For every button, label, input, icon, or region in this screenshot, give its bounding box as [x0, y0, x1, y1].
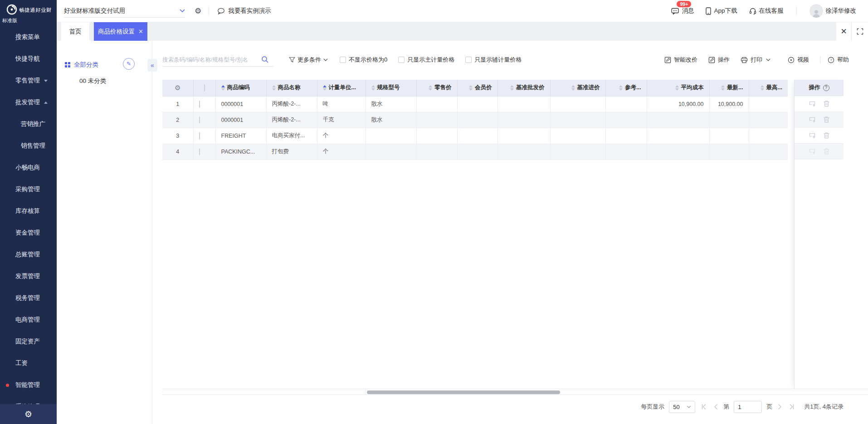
- app-download-button[interactable]: App下载: [706, 7, 737, 15]
- sidebar-item-批发管理[interactable]: 批发管理: [0, 92, 57, 113]
- tab-home[interactable]: 首页: [61, 22, 89, 41]
- sidebar-item-采购管理[interactable]: 采购管理: [0, 178, 57, 200]
- tab-close-icon[interactable]: ✕: [138, 28, 143, 35]
- category-item[interactable]: 00 未分类: [79, 77, 106, 85]
- demo-link[interactable]: 我要看实例演示: [217, 7, 271, 15]
- sort-icon[interactable]: [371, 85, 375, 91]
- sidebar-item-小畅电商[interactable]: 小畅电商: [0, 157, 57, 178]
- online-service-button[interactable]: 在线客服: [749, 7, 784, 15]
- checkbox[interactable]: [340, 57, 346, 63]
- select-all-header[interactable]: [193, 80, 215, 96]
- sort-icon[interactable]: [221, 85, 225, 91]
- sort-icon[interactable]: [571, 85, 575, 91]
- logo-icon: [6, 4, 18, 15]
- column-header-计量单位...[interactable]: 计量单位...: [317, 80, 366, 96]
- workspace-gear-icon[interactable]: ⚙: [195, 6, 201, 16]
- delete-icon[interactable]: [823, 100, 830, 107]
- sidebar-item-库存核算[interactable]: 库存核算: [0, 200, 57, 222]
- sort-icon[interactable]: [619, 85, 623, 91]
- sidebar-item-发票管理[interactable]: 发票管理: [0, 265, 57, 287]
- operate-button[interactable]: 操作: [708, 56, 730, 64]
- sort-icon[interactable]: [323, 85, 327, 91]
- column-header-规格型号[interactable]: 规格型号: [366, 80, 416, 96]
- row-checkbox[interactable]: [199, 101, 200, 108]
- sidebar-item-固定资产[interactable]: 固定资产: [0, 331, 57, 352]
- demo-link-label: 我要看实例演示: [228, 7, 271, 15]
- question-circle-icon[interactable]: ?: [823, 85, 829, 91]
- column-header-最高...[interactable]: 最高...: [749, 80, 788, 96]
- column-header-商品名称[interactable]: 商品名称: [266, 80, 317, 96]
- row-checkbox[interactable]: [199, 116, 200, 124]
- column-header-商品编码[interactable]: 商品编码: [215, 80, 266, 96]
- filter-checkbox[interactable]: 只显示辅计量价格: [465, 56, 522, 64]
- column-header-最新...[interactable]: 最新...: [709, 80, 749, 96]
- sidebar-item-资金管理[interactable]: 资金管理: [0, 222, 57, 244]
- filter-checkbox[interactable]: 不显示价格为0: [340, 56, 387, 64]
- sidebar-item-营销推广[interactable]: 营销推广: [0, 113, 57, 135]
- add-price-icon[interactable]: [809, 148, 816, 155]
- checkbox[interactable]: [398, 57, 405, 63]
- sort-icon[interactable]: [469, 85, 473, 91]
- per-page-select[interactable]: 50: [669, 401, 695, 413]
- more-filters-button[interactable]: 更多条件: [289, 56, 328, 64]
- row-checkbox[interactable]: [199, 132, 200, 140]
- select-all-checkbox[interactable]: [204, 84, 205, 92]
- sort-icon[interactable]: [721, 85, 725, 91]
- smart-reprice-button[interactable]: 智能改价: [664, 56, 697, 64]
- sort-icon[interactable]: [675, 85, 679, 91]
- column-header-基准进价[interactable]: 基准进价: [550, 80, 605, 96]
- sort-icon[interactable]: [429, 85, 432, 91]
- sort-icon[interactable]: [510, 85, 514, 91]
- filter-checkbox[interactable]: 只显示主计量价格: [398, 56, 454, 64]
- add-price-icon[interactable]: [809, 132, 816, 139]
- page-input[interactable]: [734, 401, 762, 413]
- checkbox[interactable]: [465, 57, 472, 63]
- column-header-会员价[interactable]: 会员价: [457, 80, 497, 96]
- close-all-tabs-button[interactable]: ✕: [836, 22, 851, 41]
- sidebar-item-零售管理[interactable]: 零售管理: [0, 70, 57, 92]
- search-icon[interactable]: [261, 56, 269, 63]
- help-button[interactable]: ? 帮助: [828, 56, 849, 64]
- add-price-icon[interactable]: [809, 116, 816, 123]
- add-price-icon[interactable]: [809, 100, 816, 107]
- gear-icon[interactable]: ⚙: [175, 84, 180, 92]
- sidebar-item-税务管理[interactable]: 税务管理: [0, 287, 57, 309]
- tab-product-price-settings[interactable]: 商品价格设置 ✕: [94, 22, 147, 41]
- sidebar-item-智能管理[interactable]: 智能管理: [0, 374, 57, 396]
- edit-categories-button[interactable]: ✎: [123, 58, 135, 70]
- workspace-dropdown[interactable]: 好业财标准版交付试用: [64, 4, 185, 18]
- sidebar-item-搜索菜单[interactable]: 搜索菜单: [0, 26, 57, 48]
- collapse-panel-button[interactable]: «: [147, 59, 157, 72]
- column-header-平均成本[interactable]: 平均成本: [647, 80, 709, 96]
- row-checkbox[interactable]: [199, 148, 200, 155]
- sidebar-item-快捷导航[interactable]: 快捷导航: [0, 48, 57, 70]
- row-index: 4: [162, 144, 193, 159]
- next-page-icon[interactable]: [778, 404, 782, 410]
- column-header-参考...[interactable]: 参考...: [605, 80, 647, 96]
- column-header-零售价[interactable]: 零售价: [416, 80, 457, 96]
- settings-gear-icon[interactable]: ⚙: [24, 410, 32, 419]
- delete-icon[interactable]: [823, 116, 830, 123]
- category-all[interactable]: 全部分类: [65, 61, 98, 69]
- sort-icon[interactable]: [761, 85, 764, 91]
- delete-icon[interactable]: [823, 132, 830, 139]
- user-menu[interactable]: 徐泽华修改: [809, 4, 857, 18]
- prev-page-icon[interactable]: [713, 404, 718, 410]
- video-button[interactable]: 视频: [788, 56, 809, 64]
- search-input[interactable]: [162, 57, 261, 63]
- scrollbar-thumb[interactable]: [367, 390, 560, 394]
- column-settings-header[interactable]: ⚙: [162, 80, 193, 96]
- sidebar-item-销售管理[interactable]: 销售管理: [0, 135, 57, 157]
- fullscreen-button[interactable]: [851, 22, 868, 41]
- sidebar-item-总账管理[interactable]: 总账管理: [0, 244, 57, 265]
- sidebar-item-系统管理[interactable]: 系统管理: [0, 396, 57, 404]
- first-page-icon[interactable]: [701, 404, 707, 410]
- sort-icon[interactable]: [272, 85, 276, 91]
- delete-icon[interactable]: [823, 148, 830, 155]
- print-button[interactable]: 打印: [741, 56, 770, 64]
- last-page-icon[interactable]: [789, 404, 795, 410]
- column-header-基准批发价[interactable]: 基准批发价: [497, 80, 550, 96]
- sidebar-item-工资[interactable]: 工资: [0, 352, 57, 374]
- sidebar-item-电商管理[interactable]: 电商管理: [0, 309, 57, 331]
- messages-button[interactable]: 99+ 消息: [671, 7, 694, 15]
